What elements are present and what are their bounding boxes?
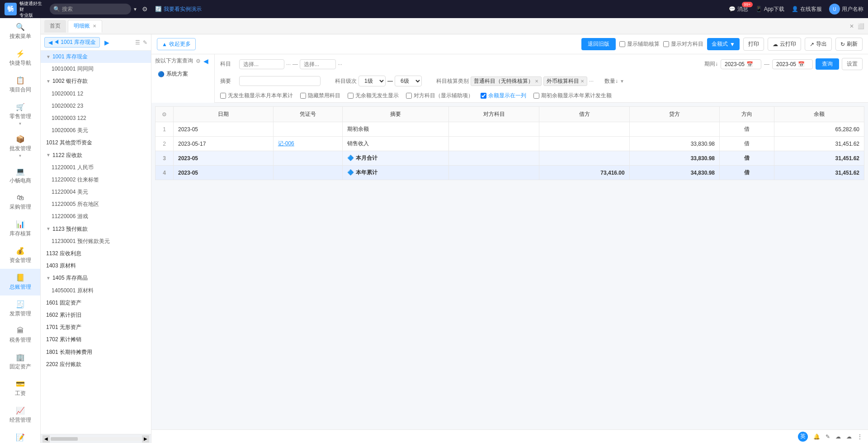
tree-item-11220004[interactable]: 11220004 美元	[41, 186, 151, 198]
maximize-icon[interactable]: ⬜	[858, 23, 864, 29]
tree-item-1801[interactable]: 1801 长期待摊费用	[41, 346, 151, 358]
sidebar-item-inventory[interactable]: 📊 库存核算	[0, 215, 40, 242]
check-year-amount[interactable]: 期初余额显示本年累计发生额	[533, 92, 612, 100]
sidebar-item-assets[interactable]: 🏢 固定资产	[0, 348, 40, 375]
level-from-select[interactable]: 1级	[359, 76, 386, 86]
lang-btn[interactable]: 英	[798, 432, 808, 442]
tree-item-11230001[interactable]: 11230001 预付账款美元	[41, 235, 151, 248]
scroll-left-btn[interactable]: ◀	[42, 435, 50, 443]
check-no-amount-input[interactable]	[220, 93, 226, 99]
sidebar-item-ecommerce[interactable]: 💻 小畅电商	[0, 162, 40, 189]
check-no-amount[interactable]: 无发生额显示本月本年累计	[220, 92, 293, 100]
print-btn[interactable]: 打印	[743, 38, 764, 51]
query-scheme-item[interactable]: 🔵 系统方案	[155, 68, 211, 80]
tab-close-icon[interactable]: ✕	[93, 24, 96, 29]
period-start-input[interactable]: 2023-05 📅	[721, 59, 761, 69]
tree-item-10020002[interactable]: 10020002 23	[41, 100, 151, 112]
sidebar-item-salary[interactable]: 💳 工资	[0, 375, 40, 402]
sidebar-item-ops[interactable]: 📈 经营管理	[0, 402, 40, 429]
statusbar-icon-3[interactable]: ☁	[835, 433, 841, 440]
list-icon[interactable]: ☰	[135, 39, 140, 46]
level-to-select[interactable]: 6级	[395, 76, 422, 86]
period-end-input[interactable]: 2023-05 📅	[772, 59, 813, 69]
category-tag-2[interactable]: 外币核算科目 ✕	[543, 76, 587, 86]
setting-btn[interactable]: 设置	[842, 58, 863, 70]
gear-icon[interactable]: ⚙	[142, 5, 148, 13]
sidebar-item-retail[interactable]: 🛒 零售管理 ▼	[0, 98, 40, 130]
edit-icon[interactable]: ✎	[143, 39, 147, 46]
tag-remove-icon[interactable]: ✕	[580, 79, 584, 84]
check-balance-col[interactable]: 余额显示在一列	[481, 92, 526, 100]
subject-input[interactable]	[239, 59, 284, 69]
tree-item-11220005[interactable]: 11220005 所在地区	[41, 198, 151, 210]
statusbar-icon-2[interactable]: ✎	[826, 433, 830, 440]
sidebar-item-ledger[interactable]: 📒 总账管理	[0, 269, 40, 295]
tab-home[interactable]: 首页	[44, 20, 66, 33]
show-opposite-input[interactable]	[663, 41, 669, 47]
tree-item-1132[interactable]: 1132 应收利息	[41, 248, 151, 260]
statusbar-icon-4[interactable]: ☁	[846, 433, 852, 440]
tree-item-10020003[interactable]: 10020003 122	[41, 112, 151, 124]
user-avatar[interactable]: U 用户名称	[829, 4, 863, 14]
sidebar-item-purchase[interactable]: 🛍 采购管理	[0, 189, 40, 215]
show-opposite-check[interactable]: 显示对方科目	[663, 40, 703, 48]
tree-item-1701[interactable]: 1701 无形资产	[41, 321, 151, 333]
tree-item-14050001[interactable]: 14050001 原材料	[41, 285, 151, 297]
tree-item-1002[interactable]: ▼ 1002 银行存款	[41, 75, 151, 87]
tag-remove-icon[interactable]: ✕	[535, 79, 538, 84]
tree-item-1122[interactable]: ▼ 1122 应收款	[41, 149, 151, 162]
check-opposite[interactable]: 对方科目（显示辅助项）	[406, 92, 473, 100]
tree-item-2202[interactable]: 2202 应付账款	[41, 358, 151, 371]
sidebar-item-fund[interactable]: 💰 资金管理	[0, 242, 40, 269]
tree-item-10020006[interactable]: 10020006 美元	[41, 124, 151, 137]
tree-item-1601[interactable]: 1601 固定资产	[41, 297, 151, 309]
tree-item-10010001[interactable]: 10010001 同同同	[41, 63, 151, 75]
query-btn[interactable]: 查询	[816, 58, 839, 70]
query-settings-icon[interactable]: ⚙	[196, 58, 201, 64]
show-auxiliary-check[interactable]: 显示辅助核算	[619, 40, 660, 48]
statusbar-icon-1[interactable]: 🔔	[813, 433, 820, 440]
check-hide-disabled[interactable]: 隐藏禁用科目	[300, 92, 340, 100]
category-more-icon[interactable]: ···	[589, 78, 594, 84]
tree-item-11220006[interactable]: 11220006 游戏	[41, 210, 151, 223]
category-tag-1[interactable]: 普通科目（无特殊核算） ✕	[471, 76, 542, 86]
query-collapse-icon[interactable]: ◀	[203, 57, 208, 65]
global-search[interactable]: 🔍 搜索	[50, 4, 131, 14]
check-no-balance-input[interactable]	[348, 93, 354, 99]
quantity-dropdown-icon[interactable]: ▼	[620, 79, 624, 84]
tree-item-1702[interactable]: 1702 累计摊销	[41, 333, 151, 346]
tree-item-1001[interactable]: ▼ 1001 库存现金	[41, 51, 151, 63]
check-year-amount-input[interactable]	[533, 93, 539, 99]
tree-item-1405[interactable]: ▼ 1405 库存商品	[41, 272, 151, 284]
voucher-link[interactable]: 记-006	[278, 140, 294, 147]
sidebar-item-project[interactable]: 📋 项目合同	[0, 71, 40, 98]
cloud-print-btn[interactable]: ☁ 云打印	[768, 38, 801, 51]
tree-item-11220001[interactable]: 11220001 人民币	[41, 162, 151, 174]
check-opposite-input[interactable]	[406, 93, 412, 99]
sidebar-item-invoice[interactable]: 🧾 发票管理	[0, 295, 40, 322]
scroll-right-btn[interactable]: ▶	[142, 435, 149, 443]
app-download-btn[interactable]: 📱 App下载	[755, 5, 784, 13]
export-btn[interactable]: ↗ 导出	[805, 38, 832, 51]
sidebar-item-quicknav[interactable]: ⚡ 快捷导航	[0, 45, 40, 71]
sidebar-item-expense[interactable]: 📝 小畅报销	[0, 429, 40, 443]
check-balance-col-input[interactable]	[481, 93, 486, 99]
arrow-right-icon[interactable]: ▶	[104, 39, 109, 46]
back-old-btn[interactable]: 退回旧版	[581, 38, 616, 50]
close-window-icon[interactable]: ✕	[849, 23, 854, 29]
sidebar-item-wholesale[interactable]: 📦 批发管理 ▼	[0, 130, 40, 162]
message-btn[interactable]: 💬 消息 99+	[729, 5, 748, 13]
summary-input[interactable]	[239, 76, 321, 86]
current-account-btn[interactable]: ◀ ◀ 1001 库存现金	[44, 37, 100, 48]
online-service-btn[interactable]: 👤 在线客服	[792, 5, 822, 13]
tree-item-10020001[interactable]: 10020001 12	[41, 88, 151, 100]
tree-item-1012[interactable]: 1012 其他货币资金	[41, 137, 151, 149]
check-hide-disabled-input[interactable]	[300, 93, 306, 99]
tree-item-1403[interactable]: 1403 原材料	[41, 260, 151, 272]
check-no-balance[interactable]: 无余额无发生显示	[348, 92, 399, 100]
tree-item-1602[interactable]: 1602 累计折旧	[41, 309, 151, 321]
subject-end-input[interactable]	[300, 59, 336, 69]
style-dropdown-btn[interactable]: 金额式 ▼	[707, 38, 740, 50]
refresh-btn[interactable]: ↻ 刷新	[835, 38, 863, 51]
table-settings-icon[interactable]: ⚙	[162, 111, 167, 118]
